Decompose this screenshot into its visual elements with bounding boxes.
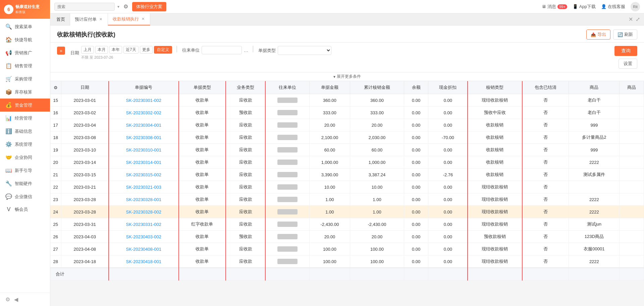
unit-input[interactable] [202, 46, 242, 54]
tab-close-btn[interactable]: ✕ [629, 16, 633, 22]
cell-doc-no[interactable]: SK-20230418-001 [109, 255, 179, 268]
doc-no-link[interactable]: SK-20230328-002 [126, 209, 162, 215]
table-row: 16 2023-03-02 SK-20230302-002 收款单 预收款 ▓▓… [50, 107, 644, 119]
cell-accum: 1.00 [350, 193, 404, 206]
cell-doc-no[interactable]: SK-20230308-001 [109, 131, 179, 144]
cell-amount: 20.00 [309, 119, 350, 131]
doc-no-link[interactable]: SK-20230314-001 [126, 160, 162, 165]
expand-conditions-button[interactable]: ▾ 展开更多条件 [333, 74, 361, 79]
tab-payable-close-icon[interactable]: ✕ [99, 17, 103, 22]
cell-doc-no[interactable]: SK-20230328-002 [109, 206, 179, 218]
date-btn-this-month[interactable]: 本月 [95, 46, 108, 54]
expand-label: 展开更多条件 [337, 74, 361, 79]
cell-doc-no[interactable]: SK-20230301-002 [109, 94, 179, 107]
service-button[interactable]: 👤 在线客服 [601, 4, 625, 10]
solution-button[interactable]: 体验行业方案 [132, 2, 166, 11]
cell-no: 22 [50, 181, 61, 193]
settings-footer-icon[interactable]: ⚙ [5, 296, 10, 303]
doc-no-link[interactable]: SK-20230315-002 [126, 172, 162, 177]
export-button[interactable]: 📤 导出 [586, 29, 610, 40]
cell-accum: 60.00 [350, 144, 404, 156]
doc-no-link[interactable]: SK-20230302-002 [126, 110, 162, 115]
doctype-select[interactable] [278, 46, 331, 55]
doc-no-link[interactable]: SK-20230321-003 [126, 185, 162, 190]
cell-doc-no[interactable]: SK-20230314-001 [109, 156, 179, 169]
member-icon: V [5, 206, 12, 212]
filter-settings-button[interactable]: 设置 [619, 59, 637, 69]
cell-amount: 1.00 [309, 193, 350, 206]
sidebar-item-inventory[interactable]: 📦 库存核算 [0, 85, 50, 99]
doc-no-link[interactable]: SK-20230310-001 [126, 147, 162, 152]
search-input[interactable] [54, 3, 115, 11]
user-avatar[interactable]: Rit [631, 2, 640, 11]
cell-doc-no[interactable]: SK-20230328-001 [109, 193, 179, 206]
cell-accum: 100.00 [350, 243, 404, 255]
cell-doc-no[interactable]: SK-20230310-001 [109, 144, 179, 156]
doc-no-link[interactable]: SK-20230328-001 [126, 197, 162, 202]
sidebar-item-finance[interactable]: 💰 资金管理 [0, 99, 50, 112]
cell-amount: -2,430.00 [309, 218, 350, 231]
cell-accum: 20.00 [350, 231, 404, 243]
doc-no-link[interactable]: SK-20230301-002 [126, 98, 162, 103]
sidebar-footer: ⚙ ◀ [0, 293, 50, 306]
gear-icon[interactable]: ⚙ [123, 3, 128, 10]
sidebar-item-business[interactable]: 📊 经营管理 [0, 112, 50, 125]
cell-doc-no[interactable]: SK-20230304-001 [109, 119, 179, 131]
doc-no-link[interactable]: SK-20230418-001 [126, 259, 162, 264]
cell-doc-no[interactable]: SK-20230321-003 [109, 181, 179, 193]
app-download-button[interactable]: 📱 App下载 [573, 4, 596, 10]
sidebar-item-guide[interactable]: 📖 新手引导 [0, 164, 50, 177]
dropdown-arrow-icon[interactable]: ▾ [117, 4, 119, 9]
sidebar-item-label: 企业微信 [15, 194, 32, 200]
doc-no-link[interactable]: SK-20230331-002 [126, 222, 162, 227]
sidebar-item-member[interactable]: V 畅会员 [0, 203, 50, 216]
topbar-right: 🖥 消息 99+ 📱 App下载 👤 在线客服 Rit [542, 2, 640, 11]
sidebar-item-wechat[interactable]: 💬 企业微信 [0, 190, 50, 203]
message-button[interactable]: 🖥 消息 99+ [542, 4, 567, 10]
sidebar-item-search[interactable]: 🔍 搜索菜单 [0, 20, 50, 33]
sidebar-item-hardware[interactable]: 🔧 智能硬件 [0, 177, 50, 190]
sidebar-nav: 🔍 搜索菜单 🏠 快捷导航 📢 营销推广 📋 销售管理 🛒 采购管理 📦 库存核… [0, 19, 50, 293]
date-btn-custom[interactable]: 自定义 [154, 46, 172, 54]
collapse-icon[interactable]: ◀ [14, 296, 18, 303]
tab-payable[interactable]: 预计应付单 ✕ [70, 13, 108, 25]
cell-doc-no[interactable]: SK-20230331-002 [109, 218, 179, 231]
cell-doc-no[interactable]: SK-20230302-002 [109, 107, 179, 119]
cell-doc-no[interactable]: SK-20230315-002 [109, 169, 179, 181]
doc-no-link[interactable]: SK-20230308-001 [126, 135, 162, 140]
tab-collection[interactable]: 收款核销执行 ✕ [108, 13, 150, 25]
sidebar-item-sales[interactable]: 📋 销售管理 [0, 59, 50, 72]
tab-maximize-icon[interactable]: ⤢ [636, 16, 640, 22]
th-doc-no: 单据编号 [109, 81, 179, 94]
sidebar-item-marketing[interactable]: 📢 营销推广 [0, 46, 50, 59]
date-btn-last-month[interactable]: 上月 [81, 46, 94, 54]
sidebar-item-basic[interactable]: ℹ️ 基础信息 [0, 125, 50, 138]
doc-no-link[interactable]: SK-20230304-001 [126, 123, 162, 128]
table-row: 21 2023-03-15 SK-20230315-002 收款单 应收款 ▓▓… [50, 169, 644, 181]
cell-product: 123D商品 [569, 231, 620, 243]
doc-no-link[interactable]: SK-20230403-002 [126, 234, 162, 239]
cell-doc-no[interactable]: SK-20230408-001 [109, 243, 179, 255]
doc-no-link[interactable]: SK-20230408-001 [126, 247, 162, 252]
footer-c2 [265, 268, 309, 281]
sidebar-item-system[interactable]: ⚙️ 系统管理 [0, 138, 50, 151]
query-button[interactable]: 查询 [614, 46, 637, 56]
date-buttons-row: 上月 本月 本年 近7天 更多 自定义 [81, 46, 172, 54]
date-btn-more[interactable]: 更多 [140, 46, 153, 54]
unit-dots-button[interactable]: ... [244, 47, 248, 53]
cell-amount: 60.00 [309, 144, 350, 156]
tab-home[interactable]: 首页 [52, 13, 70, 25]
date-btn-7days[interactable]: 近7天 [123, 46, 139, 54]
filter-toggle-button[interactable]: » [57, 47, 65, 55]
sidebar-item-purchase[interactable]: 🛒 采购管理 [0, 72, 50, 85]
sidebar-item-enterprise[interactable]: 🤝 企业协同 [0, 151, 50, 164]
th-accum: 累计核销金额 [350, 81, 404, 94]
footer-c1 [179, 268, 226, 281]
tab-collection-close-icon[interactable]: ✕ [141, 16, 145, 21]
refresh-button[interactable]: 🔄 刷新 [613, 29, 637, 40]
sidebar-item-nav[interactable]: 🏠 快捷导航 [0, 33, 50, 46]
th-gear[interactable]: ⚙ [50, 81, 61, 94]
cell-doc-no[interactable]: SK-20230403-002 [109, 231, 179, 243]
cell-product: 2222 [569, 206, 620, 218]
date-btn-this-year[interactable]: 本年 [109, 46, 122, 54]
